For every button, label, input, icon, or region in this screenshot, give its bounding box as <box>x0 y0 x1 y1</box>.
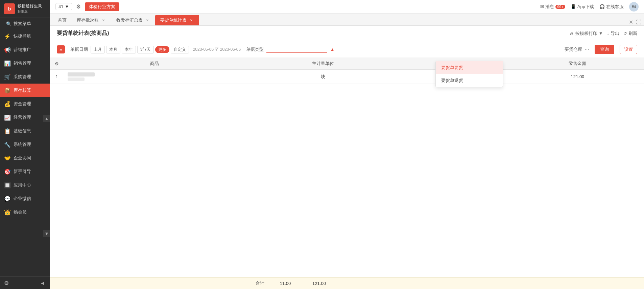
date-btn-this-year[interactable]: 本年 <box>122 46 136 53</box>
sidebar-item-sales[interactable]: 📊 销售管理 <box>0 57 50 70</box>
sidebar-item-wechat[interactable]: 💬 企业微信 <box>0 192 50 205</box>
table-footer: 合计 11.00 121.00 <box>50 277 644 289</box>
sidebar-item-app-center[interactable]: 🔲 应用中心 <box>0 178 50 192</box>
cell-amount: 121.00 <box>511 70 644 84</box>
online-service-action[interactable]: 🎧 在线客服 <box>599 4 624 10</box>
date-btn-more[interactable]: 更多 <box>155 46 169 53</box>
date-buttons: 上月 本月 本年 近7天 更多 自定义 <box>91 46 189 53</box>
message-icon: ✉ <box>540 4 544 9</box>
sidebar-bottom: ⚙ ◀ <box>0 276 50 289</box>
enterprise-icon: 🤝 <box>4 155 11 161</box>
sidebar-item-quick-nav[interactable]: ⚡ 快捷导航 <box>0 29 50 43</box>
date-btn-this-month[interactable]: 本月 <box>106 46 120 53</box>
warehouse-more-icon[interactable]: ··· <box>585 46 589 52</box>
settings-bottom-icon[interactable]: ⚙ <box>4 280 9 286</box>
cell-unit: 块 <box>245 70 401 84</box>
date-btn-last-month[interactable]: 上月 <box>91 46 105 53</box>
date-btn-7days[interactable]: 近7天 <box>137 46 154 53</box>
app-version: 标准版 <box>18 9 42 14</box>
sidebar-scroll-up[interactable]: ▲ <box>43 115 50 122</box>
date-filter-group: 单据日期 上月 本月 本年 近7天 更多 自定义 2023-05-06 至 20… <box>70 46 241 53</box>
date-filter-label: 单据日期 <box>70 46 88 52</box>
tab-bar-expand-btn[interactable]: ⛶ <box>636 19 641 25</box>
dropdown-option-requisition[interactable]: 要货单要货 <box>436 61 503 74</box>
sidebar-item-system[interactable]: 🔧 系统管理 <box>0 138 50 151</box>
type-dropdown-menu: 要货单要货 要货单退货 <box>435 61 503 87</box>
tab-close-inventory-batch[interactable]: × <box>101 18 106 23</box>
refresh-icon: ↺ <box>623 31 627 36</box>
sidebar: b 畅捷通好生意 标准版 🔍 搜索菜单 ⚡ 快捷导航 📢 营销推广 📊 销售管理… <box>0 0 50 289</box>
operations-icon: 📈 <box>4 114 11 121</box>
tab-bar-close-btn[interactable]: ✕ <box>629 19 633 25</box>
product-code-placeholder <box>68 77 85 81</box>
top-header: 41 ▼ ⚙ 体验行业方案 ✉ 消息 99+ 📱 App下载 🎧 在线客服 Ri… <box>50 0 644 14</box>
export-button[interactable]: ↓ 导出 <box>607 30 620 37</box>
sidebar-item-finance[interactable]: 💰 资金管理 <box>0 97 50 111</box>
sidebar-collapse-button[interactable]: ◀ <box>39 280 46 286</box>
filter-settings-button[interactable]: 设置 <box>620 45 637 54</box>
app-logo-icon: b <box>4 3 15 14</box>
message-action[interactable]: ✉ 消息 99+ <box>540 4 565 10</box>
tab-requisition-stat[interactable]: 要货单统计表 × <box>155 15 199 25</box>
col-amount: 零售金额 <box>511 58 644 70</box>
message-badge: 99+ <box>555 5 565 9</box>
type-dropdown-arrow[interactable]: ▲ <box>330 47 335 52</box>
sales-icon: 📊 <box>4 60 11 67</box>
sidebar-nav: ⚡ 快捷导航 📢 营销推广 📊 销售管理 🛒 采购管理 📦 库存核算 💰 资金管… <box>0 29 50 276</box>
sidebar-item-member[interactable]: 👑 畅会员 <box>0 205 50 219</box>
sidebar-logo: b 畅捷通好生意 标准版 <box>0 0 50 18</box>
app-download-action[interactable]: 📱 App下载 <box>571 4 594 10</box>
table-header-row: ⚙ 商品 主计量单位 主数量 零售金额 <box>50 58 644 70</box>
store-dropdown-icon: ▼ <box>65 4 69 9</box>
page-actions: 🖨 按模板打印 ▼ ↓ 导出 ↺ 刷新 <box>570 30 637 37</box>
member-icon: 👑 <box>4 209 11 216</box>
table-header: ⚙ 商品 主计量单位 主数量 零售金额 <box>50 58 644 70</box>
app-center-icon: 🔲 <box>4 182 11 188</box>
sidebar-scroll-down[interactable]: ▼ <box>43 230 50 237</box>
header-right: ✉ 消息 99+ 📱 App下载 🎧 在线客服 Rit <box>540 2 639 12</box>
header-settings-icon[interactable]: ⚙ <box>76 3 81 10</box>
sidebar-item-inventory[interactable]: 📦 库存核算 <box>0 84 50 97</box>
sidebar-item-operations[interactable]: 📈 经营管理 <box>0 111 50 124</box>
tab-bar: 首页 库存批次账 × 收发存汇总表 × 要货单统计表 × ✕ ⛶ <box>50 14 644 26</box>
table-row: 1 块 11.00 <box>50 70 644 84</box>
filter-bar: » 单据日期 上月 本月 本年 近7天 更多 自定义 2023-05-06 至 … <box>50 41 644 58</box>
main-content: 41 ▼ ⚙ 体验行业方案 ✉ 消息 99+ 📱 App下载 🎧 在线客服 Ri… <box>50 0 644 289</box>
type-filter-label: 单据类型 <box>246 46 264 52</box>
sidebar-item-purchase[interactable]: 🛒 采购管理 <box>0 70 50 84</box>
tab-inventory-batch[interactable]: 库存批次账 × <box>72 15 111 25</box>
data-table: ⚙ 商品 主计量单位 主数量 零售金额 <box>50 58 644 84</box>
query-button[interactable]: 查询 <box>595 45 614 54</box>
purchase-icon: 🛒 <box>4 73 11 80</box>
tab-home[interactable]: 首页 <box>53 15 72 25</box>
store-selector[interactable]: 41 ▼ <box>55 3 72 10</box>
type-filter-input[interactable] <box>266 46 327 53</box>
sidebar-item-enterprise[interactable]: 🤝 企业协同 <box>0 151 50 165</box>
refresh-button[interactable]: ↺ 刷新 <box>623 30 637 37</box>
cell-no: 1 <box>50 70 64 84</box>
table-container: ⚙ 商品 主计量单位 主数量 零售金额 <box>50 58 644 277</box>
trial-button[interactable]: 体验行业方案 <box>85 2 119 11</box>
date-btn-custom[interactable]: 自定义 <box>171 46 189 53</box>
inventory-icon: 📦 <box>4 87 11 94</box>
dropdown-option-return[interactable]: 要货单退货 <box>436 74 503 87</box>
filter-expand-button[interactable]: » <box>57 45 65 53</box>
tab-bar-right: ✕ ⛶ <box>629 19 641 25</box>
sidebar-item-basic-info[interactable]: 📋 基础信息 <box>0 124 50 138</box>
sidebar-item-marketing[interactable]: 📢 营销推广 <box>0 43 50 57</box>
tab-close-requisition-stat[interactable]: × <box>189 18 194 23</box>
user-avatar[interactable]: Rit <box>629 2 639 12</box>
header-left: 41 ▼ ⚙ 体验行业方案 <box>55 2 119 11</box>
product-name-placeholder <box>68 72 95 76</box>
sidebar-item-guide[interactable]: 🎯 新手引导 <box>0 165 50 178</box>
search-menu[interactable]: 🔍 搜索菜单 <box>0 18 50 29</box>
table-body: 1 块 11.00 <box>50 70 644 84</box>
print-template-button[interactable]: 🖨 按模板打印 ▼ <box>570 30 603 37</box>
service-icon: 🎧 <box>599 4 605 9</box>
tab-close-receivable-summary[interactable]: × <box>145 18 150 23</box>
basic-info-icon: 📋 <box>4 128 11 134</box>
col-settings[interactable]: ⚙ <box>50 58 64 70</box>
page-content: 要货单统计表(按商品) 🖨 按模板打印 ▼ ↓ 导出 ↺ 刷新 <box>50 26 644 289</box>
store-number: 41 <box>58 4 63 9</box>
tab-receivable-summary[interactable]: 收发存汇总表 × <box>111 15 155 25</box>
